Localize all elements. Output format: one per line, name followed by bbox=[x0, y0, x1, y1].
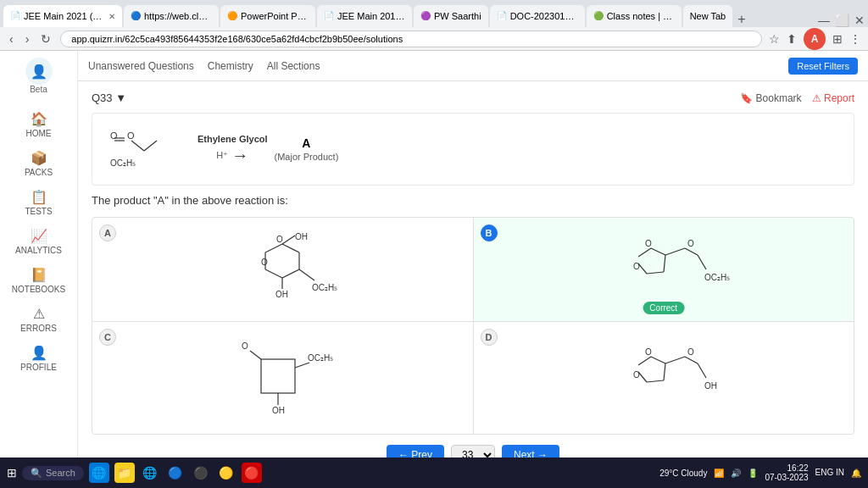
next-button[interactable]: Next → bbox=[502, 445, 559, 458]
tab-5[interactable]: 🟣 PW Saarthi bbox=[414, 5, 488, 27]
all-sections-filter[interactable]: All Sections bbox=[267, 60, 320, 72]
tab-4[interactable]: 📄 JEE Main 2016 (Onlin… bbox=[317, 5, 412, 27]
svg-line-4 bbox=[131, 141, 144, 151]
svg-text:O: O bbox=[687, 239, 694, 248]
svg-line-23 bbox=[664, 255, 665, 272]
taskbar-app-icon-2[interactable]: ⚫ bbox=[191, 463, 211, 483]
tab-close-icon[interactable]: ✕ bbox=[108, 12, 115, 21]
sidebar-item-profile[interactable]: 👤 PROFILE bbox=[5, 340, 73, 377]
question-header: Q33 ▼ 🔖 Bookmark ⚠ Report bbox=[92, 92, 854, 104]
sidebar-item-tests[interactable]: 📋 TESTS bbox=[5, 184, 73, 221]
svg-line-28 bbox=[665, 248, 685, 255]
product-area: A (Major Product) bbox=[275, 136, 339, 162]
tab-7-label: Class notes | FILO bbox=[607, 11, 675, 21]
navigation-area: ← Prev 33 Next → bbox=[92, 435, 854, 458]
prev-button[interactable]: ← Prev bbox=[387, 445, 444, 458]
taskbar-app-icon-4[interactable]: 🔴 bbox=[242, 463, 262, 483]
sidebar-home-label: HOME bbox=[26, 129, 52, 138]
tab-label: JEE Main 2021 (17… bbox=[24, 11, 105, 21]
new-tab-icon[interactable]: + bbox=[737, 12, 745, 27]
sidebar-item-errors[interactable]: ⚠ ERRORS bbox=[5, 301, 73, 338]
menu-icon[interactable]: ⋮ bbox=[849, 32, 861, 46]
restore-icon[interactable]: ⬜ bbox=[835, 14, 849, 27]
page-select[interactable]: 33 bbox=[451, 445, 495, 458]
option-d-label: D bbox=[481, 329, 498, 346]
analytics-icon: 📈 bbox=[31, 228, 47, 244]
option-c-structure: O OC₂H₅ OH bbox=[214, 336, 350, 420]
weather-info: 29°C Cloudy bbox=[659, 469, 707, 478]
report-button[interactable]: ⚠ Report bbox=[812, 92, 854, 104]
taskbar-chrome-icon[interactable]: 🌐 bbox=[140, 463, 160, 483]
sidebar-item-notebooks[interactable]: 📔 NOTEBOOKS bbox=[5, 262, 73, 299]
taskbar: ⊞ 🔍 Search 🌐 📁 🌐 🔵 ⚫ 🟡 🔴 29°C Cloudy 📶 🔊… bbox=[0, 458, 868, 488]
windows-start-icon[interactable]: ⊞ bbox=[7, 466, 17, 480]
packs-icon: 📦 bbox=[31, 150, 47, 166]
taskbar-explorer-icon[interactable]: 📁 bbox=[114, 463, 135, 483]
taskbar-app-icon-3[interactable]: 🟡 bbox=[216, 463, 236, 483]
sidebar-item-packs[interactable]: 📦 PACKS bbox=[5, 145, 73, 182]
svg-text:OC₂H₅: OC₂H₅ bbox=[704, 273, 730, 282]
home-icon: 🏠 bbox=[31, 111, 47, 127]
svg-text:O: O bbox=[687, 347, 694, 357]
svg-text:OH: OH bbox=[704, 381, 717, 391]
url-input[interactable] bbox=[60, 30, 762, 47]
option-a[interactable]: A O O OH bbox=[92, 218, 473, 321]
reset-filters-button[interactable]: Reset Filters bbox=[788, 58, 858, 75]
address-bar: ‹ › ↻ ☆ ⬆ A ⊞ ⋮ bbox=[0, 27, 868, 51]
product-label: A bbox=[302, 136, 310, 150]
tab-2[interactable]: 🔵 https://web.classplus… bbox=[124, 5, 219, 27]
wifi-icon: 📶 bbox=[714, 469, 724, 478]
option-c[interactable]: C O OC₂H₅ OH bbox=[92, 322, 473, 434]
option-b[interactable]: B O O O bbox=[474, 218, 854, 321]
notification-icon[interactable]: 🔔 bbox=[851, 469, 861, 478]
battery-icon: 🔋 bbox=[748, 469, 758, 478]
tab-5-label: PW Saarthi bbox=[434, 11, 481, 21]
forward-button[interactable]: › bbox=[23, 32, 32, 46]
taskbar-edge-icon[interactable]: 🌐 bbox=[89, 463, 109, 483]
taskbar-search[interactable]: 🔍 Search bbox=[22, 466, 84, 480]
option-a-structure: O O OH OC₂H₅ OH bbox=[214, 231, 350, 308]
errors-icon: ⚠ bbox=[33, 306, 45, 322]
options-grid: A O O OH bbox=[92, 217, 854, 435]
taskbar-app-icon-1[interactable]: 🔵 bbox=[165, 463, 186, 483]
svg-line-17 bbox=[299, 269, 314, 280]
svg-text:OH: OH bbox=[272, 406, 285, 415]
bookmark-star-icon[interactable]: ☆ bbox=[769, 32, 780, 46]
tab-8-label: New Tab bbox=[690, 11, 726, 21]
close-icon[interactable]: ✕ bbox=[854, 14, 865, 27]
minimize-icon[interactable]: — bbox=[818, 14, 830, 27]
tab-6[interactable]: 📄 DOC-20230121-WAO… bbox=[490, 5, 585, 27]
svg-line-40 bbox=[638, 357, 651, 365]
tab-8[interactable]: New Tab bbox=[683, 5, 733, 27]
unanswered-filter[interactable]: Unanswered Questions bbox=[88, 60, 194, 72]
logo-icon: 👤 bbox=[25, 58, 53, 85]
search-label: Search bbox=[46, 468, 75, 478]
taskbar-left: ⊞ 🔍 Search 🌐 📁 🌐 🔵 ⚫ 🟡 🔴 bbox=[7, 463, 262, 483]
svg-line-30 bbox=[685, 248, 698, 255]
sidebar-tests-label: TESTS bbox=[25, 207, 52, 216]
chemistry-filter[interactable]: Chemistry bbox=[208, 60, 253, 72]
tab-7[interactable]: 🟢 Class notes | FILO bbox=[587, 5, 682, 27]
tab-3[interactable]: 🟠 PowerPoint Presentati… bbox=[220, 5, 315, 27]
option-d[interactable]: D O O O bbox=[474, 322, 854, 434]
sidebar-item-analytics[interactable]: 📈 ANALYTICS bbox=[5, 223, 73, 260]
back-button[interactable]: ‹ bbox=[7, 32, 16, 46]
correct-badge: Correct bbox=[643, 302, 684, 314]
product-note: (Major Product) bbox=[275, 152, 339, 162]
reload-button[interactable]: ↻ bbox=[38, 32, 53, 46]
svg-text:OH: OH bbox=[295, 232, 308, 241]
svg-text:OH: OH bbox=[275, 290, 288, 299]
bookmark-button[interactable]: 🔖 Bookmark bbox=[740, 92, 801, 104]
svg-text:O: O bbox=[633, 262, 640, 271]
sidebar-logo: 👤 Beta bbox=[25, 58, 53, 94]
reaction-arrow-area: Ethylene Glycol H⁺ → bbox=[198, 134, 268, 165]
option-d-structure: O O O OH bbox=[596, 340, 732, 416]
share-icon[interactable]: ⬆ bbox=[787, 32, 797, 46]
svg-line-31 bbox=[698, 255, 706, 269]
user-avatar[interactable]: A bbox=[804, 28, 826, 50]
tab-active[interactable]: 📄 JEE Main 2021 (17… ✕ bbox=[3, 5, 122, 27]
sidebar-item-home[interactable]: 🏠 HOME bbox=[5, 106, 73, 143]
question-actions: 🔖 Bookmark ⚠ Report bbox=[740, 92, 854, 104]
svg-line-24 bbox=[647, 272, 664, 274]
extensions-icon[interactable]: ⊞ bbox=[832, 32, 843, 46]
